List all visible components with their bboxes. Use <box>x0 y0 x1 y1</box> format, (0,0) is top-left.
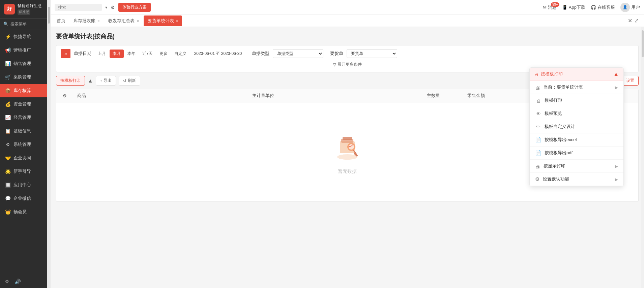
tab-home[interactable]: 首页 <box>53 15 69 26</box>
sidebar-item-wechat[interactable]: 💬 企业微信 <box>0 192 47 205</box>
trial-btn[interactable]: 体验行业方案 <box>118 3 151 12</box>
sidebar-item-collab[interactable]: 🤝 企业协同 <box>0 151 47 165</box>
order-customer-select[interactable]: 要货单 <box>347 49 397 58</box>
user-avatar[interactable]: 👤 用户 <box>620 3 640 12</box>
sound-icon[interactable]: 🔊 <box>14 279 21 285</box>
member-icon: 👑 <box>5 209 11 215</box>
finance-icon: 💰 <box>5 101 11 107</box>
template-print-label: 模板打印 <box>545 97 562 103</box>
tabs-expand-icon[interactable]: ⤢ <box>634 18 639 24</box>
topbar: ▾ ⚙ 体验行业方案 ✉ 消息 99+ 📱 App下载 🎧 在线客服 👤 用户 <box>51 0 644 15</box>
tabs-close-icon[interactable]: ✕ <box>628 18 632 24</box>
topbar-search-input[interactable] <box>55 4 102 11</box>
right-scrollbar-thumb <box>642 30 644 57</box>
sidebar-item-member[interactable]: 👑 畅会员 <box>0 205 47 219</box>
sidebar-item-operations[interactable]: 📈 经营管理 <box>0 111 47 124</box>
sidebar-item-purchase[interactable]: 🛒 采购管理 <box>0 70 47 84</box>
sidebar-item-system[interactable]: ⚙ 系统管理 <box>0 138 47 151</box>
page-content: 要货单统计表(按商品) » 单据日期 上月 本月 本年 近7天 更多 自定义 2… <box>51 27 644 288</box>
online-service-label: 在线客服 <box>597 4 615 10</box>
message-btn[interactable]: ✉ 消息 99+ <box>543 4 557 10</box>
expand-more-btn[interactable]: ▽ 展开更多条件 <box>330 60 364 69</box>
template-dropdown-close-btn[interactable]: ▲ <box>613 71 619 77</box>
template-print-item[interactable]: 🖨 模板打印 <box>530 94 623 107</box>
tab-inventory-batch[interactable]: 库存批次账 × <box>69 15 104 26</box>
sidebar-item-marketing[interactable]: 📢 营销推广 <box>0 43 47 57</box>
export-label: 导出 <box>104 78 112 84</box>
date-more[interactable]: 更多 <box>156 50 171 58</box>
date-last-7-days[interactable]: 近7天 <box>139 50 156 58</box>
th-quantity: 主数量 <box>423 93 463 99</box>
search-label: 搜索菜单 <box>10 21 27 27</box>
sidebar-item-label: 畅会员 <box>13 209 27 215</box>
sidebar-item-guide[interactable]: 🌟 新手引导 <box>0 165 47 178</box>
template-export-excel-item[interactable]: 📄 按模板导出excel <box>530 133 623 147</box>
export-btn[interactable]: ↑ 导出 <box>96 76 116 86</box>
tab-order-stats-label: 要货单统计表 <box>148 18 174 24</box>
sidebar-item-sales[interactable]: 📊 销售管理 <box>0 57 47 70</box>
sidebar-item-inventory[interactable]: 📦 库存核算 <box>0 84 47 97</box>
sidebar-item-label: 经营管理 <box>13 115 31 121</box>
topbar-right: ✉ 消息 99+ 📱 App下载 🎧 在线客服 👤 用户 <box>543 3 640 12</box>
topbar-gear-icon[interactable]: ⚙ <box>111 5 115 10</box>
th-product: 商品 <box>73 93 248 99</box>
export-icon: ↑ <box>100 78 102 83</box>
online-service-btn[interactable]: 🎧 在线客服 <box>591 4 615 10</box>
print-dropdown-icon[interactable]: ▲ <box>88 78 93 84</box>
sidebar-search[interactable]: 🔍 搜索菜单 <box>0 19 47 30</box>
home-label: 首页 <box>57 18 65 24</box>
settings-btn[interactable]: 设置 <box>622 76 639 86</box>
filter-expand-icon[interactable]: » <box>61 49 70 58</box>
date-filter-label: 单据日期 <box>74 51 91 57</box>
topbar-dropdown-icon[interactable]: ▾ <box>105 5 107 10</box>
date-prev-month[interactable]: 上月 <box>95 50 109 58</box>
marketing-icon: 📢 <box>5 47 11 53</box>
order-type-label: 单据类型 <box>252 51 269 57</box>
collab-icon: 🤝 <box>5 155 11 161</box>
th-gear[interactable]: ⚙ <box>56 93 73 98</box>
print-title-icon: 🖨 <box>534 72 539 77</box>
tab-receivables[interactable]: 收发存汇总表 × <box>104 15 143 26</box>
sidebar-item-label: 企业微信 <box>13 195 31 201</box>
sidebar-footer: ⚙ 🔊 <box>0 275 47 288</box>
print-btn[interactable]: 按模板打印 <box>56 76 85 86</box>
sidebar-scrollbar[interactable] <box>47 0 51 288</box>
tab-inventory-batch-close[interactable]: × <box>97 19 99 23</box>
sidebar-item-apps[interactable]: 🔲 应用中心 <box>0 178 47 192</box>
app-name: 畅捷通好生意 <box>18 3 42 9</box>
date-current-month[interactable]: 本月 <box>110 50 124 58</box>
template-dropdown-title: 🖨 按模板打印 <box>534 71 563 77</box>
right-scrollbar[interactable] <box>641 27 644 288</box>
search-icon: 🔍 <box>3 22 8 26</box>
sidebar-item-finance[interactable]: 💰 资金管理 <box>0 97 47 111</box>
date-range-value: 2023-06-01 至 2023-06-30 <box>194 51 242 57</box>
template-design-item[interactable]: ✏ 模板自定义设计 <box>530 120 623 133</box>
tab-receivables-close[interactable]: × <box>137 19 139 23</box>
date-current-year[interactable]: 本年 <box>124 50 139 58</box>
settings-icon[interactable]: ⚙ <box>5 279 9 285</box>
tab-inventory-batch-label: 库存批次账 <box>74 18 95 24</box>
user-name: 用户 <box>631 4 640 10</box>
display-print-item[interactable]: 🖨 按显示打印 ▶ <box>530 160 623 173</box>
template-preview-icon: 👁 <box>535 111 541 117</box>
order-type-select[interactable]: 单据类型 <box>273 49 323 58</box>
sidebar-item-label: 基础信息 <box>13 128 31 134</box>
date-custom[interactable]: 自定义 <box>171 50 189 58</box>
tab-order-stats-close[interactable]: × <box>176 19 178 23</box>
svg-point-0 <box>337 154 357 160</box>
refresh-btn[interactable]: ↺ 刷新 <box>119 76 140 86</box>
sidebar-item-label: 系统管理 <box>13 141 31 148</box>
set-default-text: 设置默认功能 <box>543 176 569 182</box>
template-export-pdf-item[interactable]: 📄 按模板导出pdf <box>530 147 623 160</box>
set-default-item[interactable]: ⚙ 设置默认功能 ▶ <box>530 173 623 186</box>
svg-rect-3 <box>343 137 352 140</box>
sidebar-item-label: 企业协同 <box>13 155 31 161</box>
template-preview-item[interactable]: 👁 模板预览 <box>530 107 623 120</box>
app-download-btn[interactable]: 📱 App下载 <box>562 4 585 10</box>
sidebar-item-quick-nav[interactable]: ⚡ 快捷导航 <box>0 30 47 43</box>
current-template-item[interactable]: 🖨 当前：要货单统计表 ▶ <box>530 81 623 94</box>
template-pdf-icon: 📄 <box>535 150 541 156</box>
tab-order-stats[interactable]: 要货单统计表 × <box>144 15 182 26</box>
sidebar-scrollbar-thumb <box>48 7 50 24</box>
sidebar-item-basic-info[interactable]: 📋 基础信息 <box>0 124 47 138</box>
